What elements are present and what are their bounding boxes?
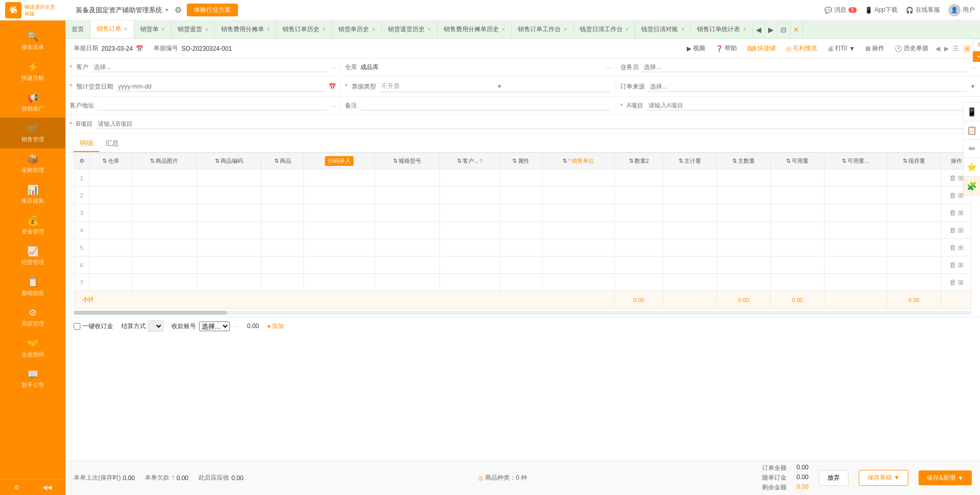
settings-icon[interactable]: ⚙	[175, 5, 182, 15]
row-4-delete-icon[interactable]: 🗑	[949, 226, 956, 234]
print-btn[interactable]: 🖨 打印 ▼	[824, 43, 858, 54]
tab-home[interactable]: 首页	[66, 20, 91, 39]
row-2-delete-icon[interactable]: 🗑	[949, 191, 956, 199]
row-5-copy-icon[interactable]: ⊞	[958, 244, 964, 251]
sidebar-item-search[interactable]: 🔍 搜索菜单	[0, 26, 66, 56]
sidebar-item-quicknav[interactable]: ⚡ 快捷导航	[0, 56, 66, 87]
add-material-btn[interactable]: + 物流	[973, 51, 980, 62]
user-btn[interactable]: 👤 用户	[948, 4, 975, 16]
row-6-delete-icon[interactable]: 🗑	[949, 261, 956, 269]
staff-more-btn[interactable]: ···	[970, 63, 976, 72]
tab-close-sales-order[interactable]: ×	[124, 26, 127, 32]
tab-menu-btn[interactable]: ⊟	[777, 20, 790, 39]
row-7-delete-icon[interactable]: 🗑	[949, 278, 956, 286]
th-unit[interactable]: ⇅* 销售单位	[542, 153, 614, 169]
sidebar-settings-icon[interactable]: ⚙	[14, 484, 19, 491]
account-select[interactable]: 选择...	[199, 321, 230, 331]
tab-goods-history[interactable]: 销货单历史 ×	[332, 20, 382, 39]
tab-return-history[interactable]: 销货退货历史 ×	[382, 20, 438, 39]
scroll-thumb[interactable]	[74, 311, 227, 315]
tab-order-stats[interactable]: 销售订单统计表 ×	[691, 20, 753, 39]
save-new-btn[interactable]: 保存&新增 ▼	[919, 470, 972, 485]
tab-order-workbench[interactable]: 销售订单工作台 ×	[512, 20, 574, 39]
history-btn[interactable]: 🕐 历史单据	[891, 43, 931, 54]
profit-btn[interactable]: ◎ 毛利预览	[783, 43, 820, 54]
sidebar-item-sales[interactable]: 🛒 销售管理	[0, 118, 66, 148]
tab-close-fee-history[interactable]: ×	[502, 27, 505, 32]
tab-close-sales-goods[interactable]: ×	[162, 27, 165, 32]
row-3-delete-icon[interactable]: 🗑	[949, 209, 956, 217]
tab-summary[interactable]: 汇总	[99, 136, 125, 152]
row-7-copy-icon[interactable]: ⊞	[958, 278, 964, 286]
nav-next-icon[interactable]: ▶	[944, 45, 949, 52]
bottom-add-btn[interactable]: ● 添加	[267, 322, 284, 331]
side-tool-copy[interactable]: 📋	[964, 121, 980, 140]
row-1-delete-icon[interactable]: 🗑	[949, 174, 956, 182]
customer-more-btn[interactable]: ···	[330, 63, 336, 72]
sidebar-item-cooperation[interactable]: 🤝 企业协同	[0, 333, 66, 363]
settings-float-btn[interactable]: ⚙ 设置	[973, 39, 980, 51]
tab-close-all-btn[interactable]: ✕	[790, 20, 803, 39]
a-project-input[interactable]	[646, 101, 976, 111]
industry-btn[interactable]: 体验行业方案	[187, 4, 238, 16]
nav-prev-icon[interactable]: ◀	[935, 45, 940, 52]
side-tool-puzzle[interactable]: 🧩	[964, 177, 980, 195]
th-avail-qty2[interactable]: ⇅可用量...	[824, 153, 887, 169]
invoice-select[interactable]: 不开票 ▼	[379, 81, 612, 92]
tab-fee-history[interactable]: 销售费用分摊单历史 ×	[438, 20, 512, 39]
sidebar-item-purchase[interactable]: 📦 采购管理	[0, 148, 66, 179]
th-customer-code[interactable]: ⇅客户...?	[440, 153, 499, 169]
tab-daily-workbench[interactable]: 钱货日清工作台 ×	[574, 20, 636, 39]
delivery-calendar-icon[interactable]: 📅	[329, 83, 336, 90]
sidebar-item-marketing[interactable]: 📢 营销推广	[0, 87, 66, 118]
row-5-delete-icon[interactable]: 🗑	[949, 244, 956, 251]
tab-close-return-history[interactable]: ×	[428, 27, 431, 32]
remark-input[interactable]	[360, 101, 612, 111]
tab-sales-return[interactable]: 销货退货 ×	[171, 20, 215, 39]
grid-view-icon[interactable]: ⊞	[963, 44, 972, 53]
th-stock-qty[interactable]: ⇅现存量	[887, 153, 941, 169]
th-product[interactable]: ⇅商品	[262, 153, 304, 169]
quick-settle-check[interactable]	[74, 323, 80, 330]
customer-input[interactable]	[92, 62, 328, 72]
tab-next-btn[interactable]: ▶	[765, 20, 777, 39]
discard-btn[interactable]: 放弃	[819, 470, 848, 486]
tab-close-sales-fee[interactable]: ×	[267, 27, 270, 32]
tab-close-order-history[interactable]: ×	[322, 27, 325, 32]
order-source-arrow[interactable]: ▼	[970, 83, 976, 90]
th-avail-qty[interactable]: ⇅可用量	[771, 153, 824, 169]
order-source-input[interactable]	[648, 82, 967, 92]
staff-input[interactable]	[642, 62, 967, 72]
quick-settle-checkbox[interactable]: 一键收订金	[74, 322, 113, 331]
row-1-copy-icon[interactable]: ⊞	[958, 174, 964, 182]
sidebar-item-finance[interactable]: 💰 资金管理	[0, 210, 66, 241]
warehouse-more-btn[interactable]: ···	[606, 63, 612, 72]
help-btn[interactable]: ❓ 帮助	[712, 43, 740, 54]
th-qty2[interactable]: ⇅数量2	[615, 153, 663, 169]
tab-close-sales-return[interactable]: ×	[205, 27, 208, 32]
th-attr[interactable]: ⇅属性	[499, 153, 542, 169]
th-spec[interactable]: ⇅规格型号	[375, 153, 440, 169]
sidebar-item-system[interactable]: ⚙ 系统管理	[0, 302, 66, 333]
row-4-copy-icon[interactable]: ⊞	[958, 226, 964, 234]
sidebar-item-guide[interactable]: 📖 新手引导	[0, 363, 66, 394]
th-image[interactable]: ⇅商品图片	[132, 153, 197, 169]
row-3-copy-icon[interactable]: ⊞	[958, 209, 964, 217]
scan-btn[interactable]: 扫码录入	[325, 156, 354, 166]
settle-method-select[interactable]	[148, 320, 163, 332]
side-tool-edit[interactable]: ✏	[964, 140, 980, 158]
side-tool-star[interactable]: ⭐	[964, 158, 980, 177]
th-settings[interactable]: ⚙	[74, 153, 90, 169]
tab-detail[interactable]: 明细	[74, 136, 99, 152]
tab-sales-goods[interactable]: 销货单 ×	[134, 20, 171, 39]
sidebar-item-basic[interactable]: 📋 基础信息	[0, 271, 66, 302]
row-2-copy-icon[interactable]: ⊞	[958, 191, 964, 199]
sidebar-item-inventory[interactable]: 📊 库存核算	[0, 179, 66, 210]
online-service-btn[interactable]: 🎧 在线客服	[906, 6, 940, 14]
app-download-btn[interactable]: 📱 App下载	[865, 6, 898, 14]
balance-help-icon[interactable]: ?	[171, 475, 175, 481]
calendar-icon[interactable]: 📅	[136, 45, 143, 52]
list-view-icon[interactable]: ☰	[953, 45, 959, 52]
sidebar-item-operations[interactable]: 📈 经营管理	[0, 241, 66, 271]
tab-close-goods-history[interactable]: ×	[372, 27, 375, 32]
